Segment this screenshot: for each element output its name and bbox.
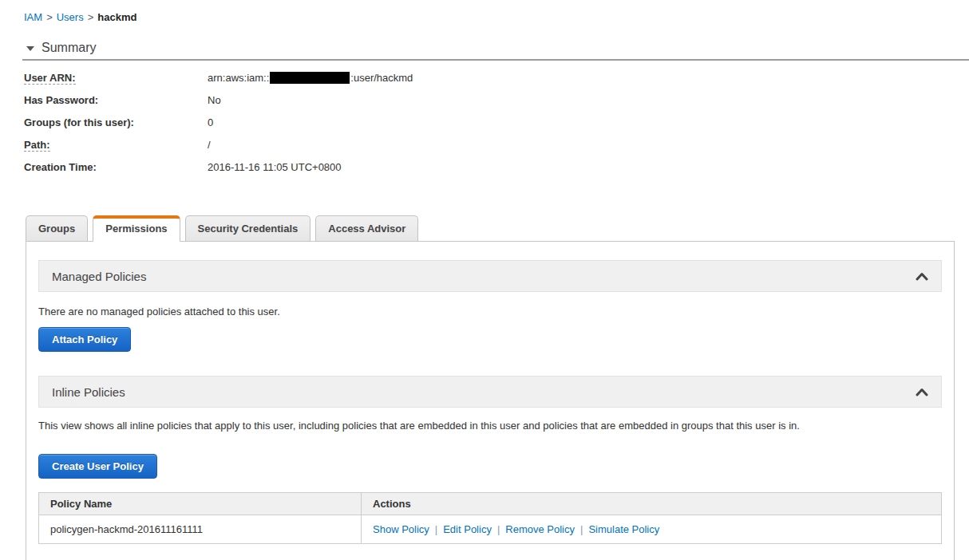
has-password-value: No — [208, 89, 221, 112]
chevron-up-icon[interactable] — [916, 388, 928, 396]
user-arn-label: User ARN: — [24, 72, 76, 85]
tab-security-credentials[interactable]: Security Credentials — [185, 215, 311, 241]
field-label: Has Password: — [24, 89, 208, 112]
breadcrumb-separator: > — [46, 11, 53, 23]
tab-permissions[interactable]: Permissions — [93, 215, 180, 242]
table-header-row: Policy Name Actions — [39, 493, 942, 515]
breadcrumb-current-user: hackmd — [97, 11, 136, 23]
summary-title: Summary — [42, 41, 96, 55]
tab-area: Groups Permissions Security Credentials … — [26, 215, 955, 560]
action-separator: | — [497, 523, 500, 535]
path-label: Path: — [24, 139, 50, 152]
policy-name-cell: policygen-hackmd-201611161111 — [39, 515, 362, 544]
field-row-groups: Groups (for this user): 0 — [24, 112, 955, 134]
managed-policies-section-header[interactable]: Managed Policies — [38, 260, 942, 292]
edit-policy-link[interactable]: Edit Policy — [443, 523, 492, 535]
managed-policies-empty-message: There are no managed policies attached t… — [38, 306, 942, 317]
redacted-account-id — [270, 72, 350, 84]
field-label: Path: — [24, 134, 208, 156]
creation-time-value: 2016-11-16 11:05 UTC+0800 — [208, 156, 342, 179]
collapse-triangle-icon[interactable] — [26, 46, 34, 51]
tab-groups[interactable]: Groups — [26, 215, 88, 241]
breadcrumb-link-users[interactable]: Users — [57, 11, 84, 23]
table-row: policygen-hackmd-201611161111 Show Polic… — [39, 515, 942, 544]
policy-actions-cell: Show Policy|Edit Policy|Remove Policy|Si… — [362, 515, 942, 544]
permissions-tab-panel: Managed Policies There are no managed po… — [26, 241, 955, 560]
show-policy-link[interactable]: Show Policy — [373, 523, 429, 535]
attach-policy-button[interactable]: Attach Policy — [38, 327, 131, 352]
summary-fields: User ARN: arn:aws:iam:::user/hackmd Has … — [24, 67, 955, 179]
inline-policies-title: Inline Policies — [52, 385, 125, 399]
iam-user-detail-page: IAM>Users>hackmd Summary User ARN: arn:a… — [0, 0, 969, 560]
field-row-path: Path: / — [24, 134, 955, 156]
arn-suffix: :user/hackmd — [350, 72, 413, 84]
inline-policies-description: This view shows all inline policies that… — [38, 420, 942, 432]
tab-access-advisor[interactable]: Access Advisor — [315, 215, 418, 241]
creation-time-label: Creation Time: — [24, 161, 97, 173]
summary-divider — [22, 59, 969, 61]
simulate-policy-link[interactable]: Simulate Policy — [588, 523, 659, 535]
action-separator: | — [580, 523, 583, 535]
breadcrumb-link-iam[interactable]: IAM — [24, 11, 42, 23]
field-row-creation-time: Creation Time: 2016-11-16 11:05 UTC+0800 — [24, 156, 955, 179]
policy-name-column-header: Policy Name — [39, 493, 362, 515]
groups-value: 0 — [208, 112, 213, 134]
has-password-label: Has Password: — [24, 94, 98, 106]
breadcrumb: IAM>Users>hackmd — [24, 11, 955, 23]
action-separator: | — [435, 523, 437, 535]
tab-strip: Groups Permissions Security Credentials … — [26, 215, 955, 241]
field-row-has-password: Has Password: No — [24, 89, 955, 112]
user-arn-value: arn:aws:iam:::user/hackmd — [208, 67, 413, 89]
field-label: User ARN: — [24, 67, 208, 89]
chevron-up-icon[interactable] — [916, 272, 928, 281]
groups-label: Groups (for this user): — [24, 116, 134, 128]
path-value: / — [208, 134, 211, 156]
summary-header[interactable]: Summary — [24, 41, 955, 55]
field-row-user-arn: User ARN: arn:aws:iam:::user/hackmd — [24, 67, 955, 89]
breadcrumb-separator: > — [88, 11, 94, 23]
actions-column-header: Actions — [362, 493, 942, 515]
inline-policies-table: Policy Name Actions policygen-hackmd-201… — [38, 492, 942, 544]
arn-prefix: arn:aws:iam:: — [208, 72, 269, 84]
inline-policies-section-header[interactable]: Inline Policies — [38, 376, 942, 408]
remove-policy-link[interactable]: Remove Policy — [505, 523, 575, 535]
create-user-policy-button[interactable]: Create User Policy — [38, 454, 157, 479]
managed-policies-title: Managed Policies — [52, 270, 146, 283]
field-label: Groups (for this user): — [24, 112, 208, 134]
field-label: Creation Time: — [24, 156, 208, 179]
